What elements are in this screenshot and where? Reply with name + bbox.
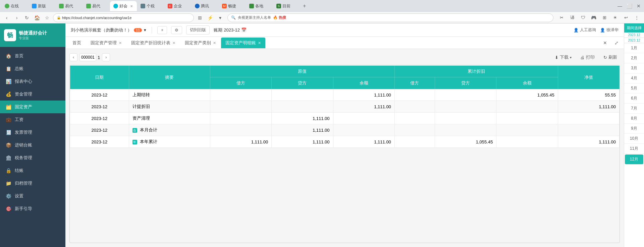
period-item-7[interactable]: 7月 [624,104,644,114]
next-page-button[interactable]: › [102,53,110,61]
refresh-button[interactable]: ↻ 刷新 [601,53,620,62]
reload-button[interactable]: ↻ [23,14,31,22]
browser-tab-tencent[interactable]: 腾讯 [192,1,218,11]
browser-tab-new[interactable]: 新版 [29,1,55,11]
back-button[interactable]: ‹ [3,14,11,22]
page-tab-close-fixed-asset-mgmt[interactable]: ✕ [119,41,122,45]
undo-icon[interactable]: ↩ [621,13,631,22]
sidebar-item-tax[interactable]: 🏛️ 税务管理 [0,151,65,164]
cell-orig-credit-0 [272,89,333,101]
new-tab-button[interactable]: + [300,3,309,9]
sidebar-item-guide[interactable]: 🎯 新手引导 [0,202,65,215]
browser-tab-yidai2[interactable]: 易代 [83,1,110,11]
browser-tab-muqian[interactable]: S 目前 [273,1,300,11]
period-item-8[interactable]: 8月 [624,114,644,124]
address-bar-row: ‹ › ↻ 🏠 ☆ 🔒 https://cloud.chanjet.com/ac… [0,12,644,23]
shield-icon[interactable]: 🛡 [578,13,588,22]
cell-net-value-0: 55.55 [558,89,619,101]
th-accum-balance: 余额 [496,77,558,89]
browser-tab-gedi[interactable]: 各地 [246,1,273,11]
gamepad-icon[interactable]: 🎮 [589,13,598,22]
download-button[interactable]: ⬇ 下载 ▾ [552,53,574,62]
lightning-icon[interactable]: ⚡ [206,14,214,22]
period-item-12[interactable]: 12月 [625,155,643,165]
cell-summary-text-4: 本年累计 [140,139,157,144]
prev-page-button[interactable]: ‹ [69,53,77,61]
page-tab-fixed-asset-mgmt[interactable]: 固定资产管理 ✕ [86,38,126,48]
cell-accum-balance-0: 1,055.45 [496,89,558,101]
period-item-4[interactable]: 4月 [624,73,644,83]
sidebar-item-sales[interactable]: 📦 进销台账 [0,139,65,151]
browser-tab-yidai1[interactable]: 易代 [56,1,83,11]
period-item-5[interactable]: 5月 [624,83,644,94]
page-tab-close-asset-category[interactable]: ✕ [213,41,216,45]
tab-close-haohui[interactable]: ✕ [130,4,133,8]
browser-tab-haohui[interactable]: 好会 ✕ [110,1,137,11]
brightness-icon[interactable]: ☀ [610,13,620,22]
address-box[interactable]: 🔒 https://cloud.chanjet.com/accounting/u… [53,13,194,22]
ssl-icon: 🔒 [57,16,61,19]
sidebar-item-archive[interactable]: 📁 归档管理 [0,177,65,190]
account-selector[interactable]: 刘小艳演示账套（勿删勿动！） 11 ▾ [71,27,146,33]
scissors-icon[interactable]: ✂ [557,13,566,22]
period-item-11[interactable]: 11月 [624,144,644,154]
browser-tab-online[interactable]: 在线 [1,1,28,11]
sidebar-item-fixed-assets[interactable]: 🗂️ 固定资产 [0,101,65,113]
closing-icon: 🔒 [5,168,11,174]
tab-label-online: 在线 [11,3,19,9]
print-button[interactable]: 🖨 打印 [578,53,597,62]
settings-small-button[interactable]: ⚙ [171,26,182,34]
period-item-6[interactable]: 6月 [624,94,644,104]
period-item-3[interactable]: 3月 [624,63,644,73]
sidebar-item-home[interactable]: 🏠 首页 [0,50,65,62]
tab-label-yidai1: 易代 [65,3,73,9]
translate-icon[interactable]: 译 [568,13,577,22]
account-dropdown-icon: ▾ [144,27,146,33]
search-box[interactable]: 🔍 央视更新主持人名单 🔥 热搜 [227,13,553,22]
cell-accum-balance-1 [496,101,558,113]
page-number-input[interactable] [79,53,96,61]
browser-menu-icon[interactable]: ⊞ [196,14,204,22]
browser-tab-qiye[interactable]: C 企业 [164,1,191,11]
add-account-button[interactable]: + [157,26,167,34]
restore-button[interactable]: ⬜ [625,2,633,10]
sidebar-item-label-ledger: 总账 [15,66,23,72]
calendar-icon[interactable]: 📅 [241,27,247,33]
sidebar-item-reports[interactable]: 📊 报表中心 [0,75,65,88]
page-tab-asset-category[interactable]: 固定资产类别 ✕ [180,38,220,48]
forward-button[interactable]: › [13,14,21,22]
period-item-2[interactable]: 2月 [624,53,644,63]
support-button[interactable]: 👤 人工咨询 [574,27,596,33]
switch-version-button[interactable]: 切到旧版 [186,25,210,35]
page-tab-asset-detail[interactable]: 固定资产明细账 ✕ [221,38,265,48]
more-icon[interactable]: ⋮ [632,13,641,22]
refresh-icon: ↻ [603,55,607,60]
page-tab-home[interactable]: 首页 [68,38,86,48]
page-tab-close-depreciation-stat[interactable]: ✕ [172,41,175,45]
cell-orig-debit-3 [210,124,272,136]
sidebar-item-ledger[interactable]: 📋 总账 [0,62,65,75]
chevron-down-icon[interactable]: ▾ [216,14,224,22]
bookmark-button[interactable]: ☆ [43,14,51,22]
user-info[interactable]: 👤 徐泽华 [600,27,619,33]
close-window-button[interactable]: ✕ [635,2,643,10]
sidebar-item-label-payroll: 工资 [15,117,23,123]
sidebar-item-payroll[interactable]: 💼 工资 [0,113,65,126]
browser-tab-changjie[interactable]: M 畅捷 [219,1,246,11]
sidebar-item-invoice[interactable]: 🧾 发票管理 [0,126,65,139]
sidebar-item-closing[interactable]: 🔒 结账 [0,164,65,177]
period-item-10[interactable]: 10月 [624,134,644,144]
expand-tab-button[interactable]: ⤢ [612,38,621,48]
table-row: 2023-12 上期结转 1,111.00 1,055.45 55.55 [70,89,620,101]
sidebar-item-settings[interactable]: ⚙️ 设置 [0,190,65,202]
browser-tab-geshui[interactable]: 个税 [137,1,164,11]
period-item-9[interactable]: 9月 [624,124,644,134]
home-button[interactable]: 🏠 [33,14,41,22]
minimize-button[interactable]: — [616,2,624,10]
collapse-tab-button[interactable]: ✕ [600,38,610,48]
grid-icon[interactable]: ⊞ [600,13,609,22]
period-item-1[interactable]: 1月 [624,43,644,53]
page-tab-close-asset-detail[interactable]: ✕ [258,41,261,45]
page-tab-depreciation-stat[interactable]: 固定资产折旧统计表 ✕ [127,38,180,48]
sidebar-item-funds[interactable]: 💰 资金管理 [0,88,65,101]
